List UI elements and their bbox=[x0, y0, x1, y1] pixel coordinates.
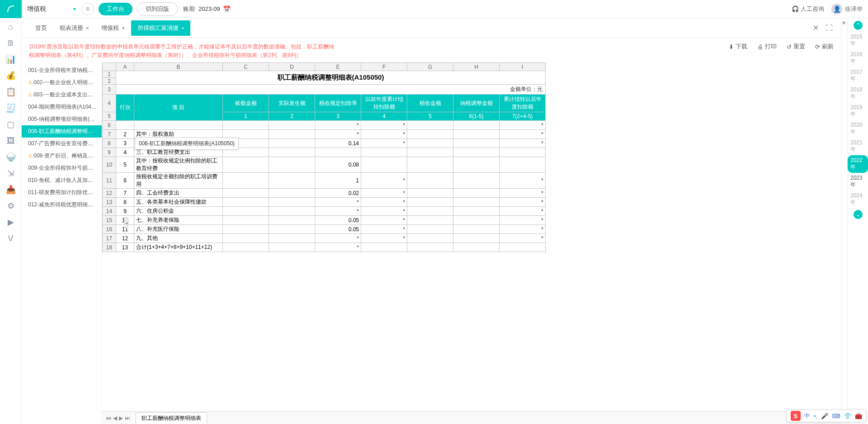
cell[interactable]: 6 bbox=[116, 173, 134, 189]
col-header[interactable]: H bbox=[453, 63, 500, 71]
tree-item[interactable]: 011-研发费用加计扣除优惠... bbox=[22, 186, 102, 199]
cell[interactable] bbox=[269, 139, 315, 148]
cell[interactable] bbox=[407, 121, 453, 130]
cell[interactable]: 0.02 bbox=[315, 189, 361, 198]
sheet-prev-icon[interactable]: ◀ bbox=[113, 415, 117, 421]
cell[interactable] bbox=[223, 243, 269, 252]
ime-tool-icon[interactable]: 🧰 bbox=[855, 413, 862, 419]
cell[interactable]: * bbox=[500, 216, 546, 225]
cell[interactable] bbox=[453, 243, 500, 252]
refresh-button[interactable]: ⟳ 刷新 bbox=[815, 43, 834, 51]
cell[interactable] bbox=[269, 198, 315, 207]
cell[interactable]: 四、工会经费支出 bbox=[134, 189, 223, 198]
cell[interactable]: * bbox=[361, 207, 407, 216]
row-header[interactable]: 14 bbox=[103, 207, 116, 216]
close-icon[interactable]: × bbox=[181, 25, 184, 31]
year-item[interactable]: 2017年 bbox=[848, 67, 868, 85]
cell[interactable] bbox=[315, 148, 361, 157]
year-down-button[interactable]: ⌄ bbox=[854, 210, 863, 219]
switch-old-button[interactable]: 切到旧版 bbox=[137, 2, 178, 16]
cell[interactable] bbox=[453, 216, 500, 225]
cell[interactable]: * bbox=[361, 189, 407, 198]
cell[interactable] bbox=[269, 243, 315, 252]
close-icon[interactable]: × bbox=[122, 25, 124, 31]
calendar-icon[interactable]: 📅 bbox=[223, 5, 231, 13]
cell[interactable] bbox=[500, 243, 546, 252]
col-header[interactable]: A bbox=[116, 63, 134, 71]
cell[interactable] bbox=[269, 234, 315, 243]
cell[interactable] bbox=[361, 243, 407, 252]
row-header[interactable]: 11 bbox=[103, 173, 116, 189]
cell[interactable]: 九、其他 bbox=[134, 234, 223, 243]
cell[interactable] bbox=[361, 157, 407, 173]
cell[interactable] bbox=[269, 207, 315, 216]
fullscreen-button[interactable]: ⛶ bbox=[825, 24, 834, 33]
v-icon[interactable]: V bbox=[8, 234, 13, 243]
cell[interactable]: * bbox=[361, 173, 407, 189]
cell[interactable] bbox=[269, 225, 315, 234]
year-item[interactable]: 2024年 bbox=[848, 191, 868, 208]
cell[interactable]: * bbox=[500, 234, 546, 243]
cell[interactable] bbox=[361, 148, 407, 157]
cell[interactable]: 7 bbox=[116, 189, 134, 198]
cell[interactable]: * bbox=[500, 198, 546, 207]
settings-icon[interactable]: ⚙ bbox=[7, 202, 14, 210]
cell[interactable]: 其中：按税收规定比例扣除的职工教育经费 bbox=[134, 157, 223, 173]
col-header[interactable]: D bbox=[269, 63, 315, 71]
cell[interactable]: * bbox=[361, 198, 407, 207]
tax-icon[interactable]: 🍚 bbox=[6, 153, 16, 161]
tree-item[interactable]: 005-纳税调整项目明细表(A1... bbox=[22, 113, 102, 125]
cell[interactable]: 1 bbox=[315, 173, 361, 189]
tree-item[interactable]: 004-期间费用明细表(A1040... bbox=[22, 101, 102, 113]
sheet-tab[interactable]: 职工薪酬纳税调整明细表 bbox=[136, 412, 207, 424]
year-item[interactable]: 2020年 bbox=[848, 120, 868, 138]
row-header[interactable]: 6 bbox=[103, 121, 116, 130]
cell[interactable]: * bbox=[500, 207, 546, 216]
cell[interactable]: * bbox=[500, 173, 546, 189]
template-icon[interactable]: ▢ bbox=[7, 120, 14, 129]
sheet-last-icon[interactable]: ⏭ bbox=[125, 415, 130, 421]
download-button[interactable]: ⬇ 下载 bbox=[729, 43, 747, 51]
cell[interactable] bbox=[269, 189, 315, 198]
cell[interactable] bbox=[453, 225, 500, 234]
cell[interactable] bbox=[407, 225, 453, 234]
sheet-next-icon[interactable]: ▶ bbox=[119, 415, 123, 421]
cell[interactable] bbox=[407, 139, 453, 148]
cell[interactable]: 五、各类基本社会保障性缴款 bbox=[134, 198, 223, 207]
tree-item[interactable]: 001-企业所得税年度纳税申... bbox=[22, 64, 102, 76]
period-value[interactable]: 2023-09 bbox=[198, 5, 220, 12]
cell[interactable]: * bbox=[500, 189, 546, 198]
cell[interactable]: 按税收规定全额扣除的职工培训费用 bbox=[134, 173, 223, 189]
cell[interactable] bbox=[223, 207, 269, 216]
cell[interactable]: 0.05 bbox=[315, 225, 361, 234]
cell[interactable] bbox=[407, 189, 453, 198]
consult-link[interactable]: 🎧 人工咨询 bbox=[792, 5, 824, 13]
cell[interactable]: * bbox=[500, 139, 546, 148]
row-header[interactable]: 7 bbox=[103, 130, 116, 139]
collapse-tree-handle[interactable]: ◂ bbox=[124, 217, 128, 228]
tree-item[interactable]: 006-职工薪酬纳税调整明细... bbox=[22, 125, 102, 138]
home-icon[interactable]: ⌂ bbox=[8, 23, 13, 31]
cell[interactable]: * bbox=[361, 130, 407, 139]
cell[interactable] bbox=[453, 173, 500, 189]
tree-item[interactable]: 009-企业所得税弥补亏损明... bbox=[22, 162, 102, 174]
ime-mic-icon[interactable]: 🎤 bbox=[821, 413, 828, 419]
cell[interactable]: 合计(1+3+4+7+8+9+10+11+12) bbox=[134, 243, 223, 252]
cell[interactable]: * bbox=[315, 198, 361, 207]
row-header[interactable]: 17 bbox=[103, 234, 116, 243]
report-icon[interactable]: 🧾 bbox=[6, 104, 16, 112]
user-menu[interactable]: 👤 徐泽华 bbox=[831, 4, 863, 14]
tab[interactable]: 所得税汇算清缴× bbox=[131, 20, 190, 36]
cell[interactable] bbox=[116, 121, 134, 130]
cell[interactable] bbox=[407, 130, 453, 139]
reset-button[interactable]: ↺ 重置 bbox=[787, 43, 805, 51]
cell[interactable] bbox=[269, 157, 315, 173]
cell[interactable] bbox=[407, 216, 453, 225]
cell[interactable]: 9 bbox=[116, 207, 134, 216]
money-icon[interactable]: 💰 bbox=[6, 71, 16, 80]
doc-icon-button[interactable]: ≡ bbox=[81, 3, 94, 15]
cell[interactable]: * bbox=[361, 216, 407, 225]
tree-item[interactable]: ⚠008-资产折旧、摊销及纳税... bbox=[22, 150, 102, 162]
tree-item[interactable]: 012-减免所得税优惠明细表(... bbox=[22, 199, 102, 211]
doc-icon[interactable]: 🗎 bbox=[7, 39, 15, 47]
